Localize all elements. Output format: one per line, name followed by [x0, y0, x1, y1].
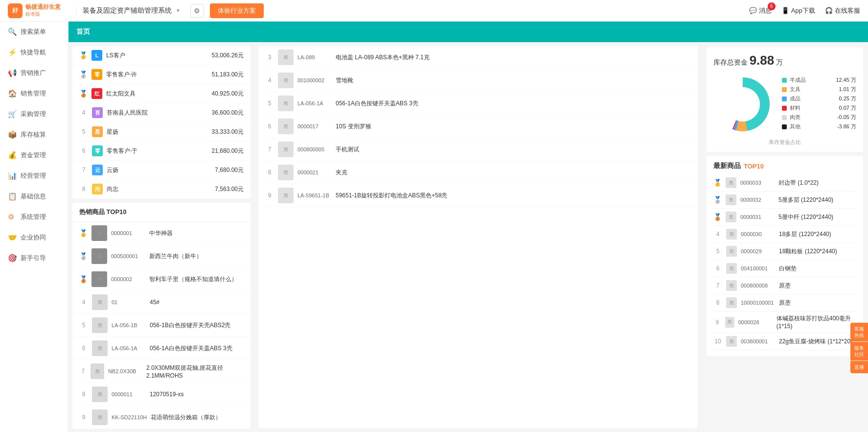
- legend-dot: [782, 87, 787, 92]
- customer-amount: 40,925.00元: [212, 90, 244, 98]
- online-service-button[interactable]: 🎧 在线客服: [825, 6, 860, 15]
- customer-ranking-panel: 🥇 L LS客户 53,006.26元 🥈 零 零售客户·许 51,183.00…: [72, 46, 251, 199]
- new-product-code: 004100001: [741, 265, 775, 271]
- customer-service-button[interactable]: 客服热线: [850, 323, 868, 341]
- customer-rank-item: 4 苔 苔南县人民医院 36,600.00元: [72, 103, 251, 122]
- system-selector[interactable]: 装备及固定资产辅助管理系统 ▼: [76, 6, 186, 15]
- sidebar-item-label: 系统管理: [21, 213, 46, 221]
- float-buttons: 客服热线 服务社区 直播: [850, 323, 868, 373]
- sidebar-item-sales[interactable]: 🏠 销售管理: [0, 83, 68, 104]
- middle-hot-panel: 3 图 LA-089 电池盖 LA-089 ABS本色+黑种 7.1克 4 图 …: [258, 46, 698, 428]
- message-button[interactable]: 💬 消息 6: [749, 6, 772, 15]
- product-thumbnail: 图: [91, 271, 107, 287]
- new-products-list: 🥇 图 0000033 封边带 (1.0*22) 🥈 图 0000032 5厘多…: [713, 174, 856, 350]
- sidebar-item-inventory[interactable]: 📦 库存核算: [0, 124, 68, 145]
- product-code: 000800005: [297, 146, 332, 152]
- customer-rank-item: 8 尚 尚志 7,563.00元: [72, 180, 251, 199]
- new-product-code: 0000031: [740, 214, 775, 220]
- new-product-thumbnail: 图: [726, 177, 736, 188]
- customer-name: 尚志: [107, 185, 211, 193]
- trial-button[interactable]: 体验行业方案: [210, 3, 264, 18]
- new-product-code: 0000032: [740, 197, 775, 203]
- product-name: 雪地靴: [336, 76, 353, 85]
- product-thumbnail: 图: [92, 409, 108, 425]
- service-community-button[interactable]: 服务社区: [850, 342, 868, 360]
- app-download-button[interactable]: 📱 App下载: [781, 6, 815, 15]
- product-name: 056-1A白色按键开关盖ABS 3壳: [336, 99, 418, 108]
- middle-section: 3 图 LA-089 电池盖 LA-089 ABS本色+黑种 7.1克 4 图 …: [254, 42, 702, 432]
- legend-value: -3.86 万: [837, 123, 856, 130]
- sidebar-item-finance[interactable]: 💰 资金管理: [0, 145, 68, 166]
- new-product-thumbnail: 图: [726, 229, 737, 240]
- product-thumbnail: 图: [92, 386, 108, 402]
- middle-hot-product-item: 8 图 0000021 夹克: [258, 161, 698, 184]
- topbar-right: 💬 消息 6 📱 App下载 🎧 在线客服: [749, 6, 860, 15]
- customer-badge: 零: [91, 69, 102, 80]
- customer-name: 红太阳文具: [106, 90, 208, 98]
- hot-products-body: 🥇 图 0000001 中华神器 🥈 图 000500001 新西兰牛肉（新牛）…: [72, 222, 251, 429]
- customer-name: 苔南县人民医院: [107, 109, 208, 117]
- new-product-item: 4 图 0000030 18多层 (1220*2440): [713, 226, 856, 243]
- sidebar-item-base-info[interactable]: 📋 基础信息: [0, 186, 68, 207]
- middle-hot-product-item: 9 图 LA-59651-1B 59651-1B旋转投影灯电池盒ABS黑色+58…: [258, 184, 698, 207]
- sidebar-item-purchase[interactable]: 🛒 采购管理: [0, 104, 68, 124]
- customer-rank-item: 6 零 零售客户·于 21,680.00元: [72, 142, 251, 161]
- customer-name: 零售客户·许: [106, 71, 208, 79]
- new-product-thumbnail: 图: [726, 263, 737, 274]
- product-thumbnail: 图: [92, 294, 108, 310]
- new-product-thumbnail: 图: [726, 212, 736, 222]
- sidebar-item-guide[interactable]: 🎯 新手引导: [0, 248, 68, 268]
- right-panel: 库存总资金 9.88 万: [702, 42, 868, 432]
- service-label: 在线客服: [835, 6, 860, 15]
- logo-sub: 标准版: [25, 11, 61, 18]
- customer-rank-item: 7 云 云扬 7,680.00元: [72, 161, 251, 180]
- product-thumbnail: 图: [278, 72, 294, 88]
- sidebar-item-marketing[interactable]: 📢 营销推广: [0, 63, 68, 83]
- new-product-item: 9 图 0000028 体碱荔枝味苏打饮品400毫升 (1*15): [713, 312, 856, 333]
- new-product-code: 0000028: [738, 319, 773, 325]
- sidebar-item-label: 库存核算: [21, 130, 46, 139]
- customer-badge: 苔: [92, 107, 103, 118]
- customer-amount: 21,680.00元: [212, 147, 244, 155]
- new-product-name: 18多层 (1220*2440): [779, 230, 831, 239]
- customer-rank-item: 🥇 L LS客户 53,006.26元: [72, 46, 251, 65]
- product-thumbnail: 图: [278, 49, 294, 65]
- product-name: 12070519-xs: [150, 391, 183, 398]
- legend-item: 文具 1.01 万: [782, 86, 856, 93]
- app-icon: 📱: [781, 7, 789, 14]
- new-products-panel: 最新商品 TOP10 🥇 图 0000033 封边带 (1.0*22) 🥈 图 …: [707, 156, 863, 356]
- new-product-name: 白钢垫: [779, 264, 797, 273]
- new-product-thumbnail: 图: [726, 297, 737, 308]
- new-product-code: 0000029: [741, 248, 775, 254]
- new-product-thumbnail: 图: [725, 317, 734, 328]
- sidebar-item-quick-nav[interactable]: ⚡ 快捷导航: [0, 42, 68, 63]
- middle-hot-product-item: 7 图 000800005 手机测试: [258, 138, 698, 161]
- inventory-legend: 半成品 12.45 万 文具 1.01 万 成品 0.25 万 材料 0.07 …: [782, 76, 856, 132]
- operations-icon: 📊: [8, 171, 17, 180]
- middle-hot-product-item: 4 图 001000002 雪地靴: [258, 69, 698, 92]
- sidebar-item-system[interactable]: ⚙ 系统管理: [0, 207, 68, 227]
- legend-label: 肉类: [790, 114, 834, 121]
- live-button[interactable]: 直播: [850, 361, 868, 373]
- sidebar-item-operations[interactable]: 📊 经营管理: [0, 166, 68, 186]
- legend-label: 文具: [790, 86, 836, 93]
- page-title: 首页: [76, 27, 90, 36]
- product-code: LA-056-1A: [297, 100, 332, 106]
- new-product-name: 5厘中纤 (1220*2440): [778, 213, 833, 221]
- inventory-total-value: 9.88: [750, 53, 775, 68]
- new-product-item: 5 图 0000029 18颗粒板 (1220*2440): [713, 243, 856, 260]
- customer-rank-item: 5 星 星扬 33,333.00元: [72, 122, 251, 142]
- hot-product-item: 8 图 0000011 12070519-xs: [72, 383, 251, 406]
- chart-area: 半成品 12.45 万 文具 1.01 万 成品 0.25 万 材料 0.07 …: [713, 70, 856, 139]
- settings-icon[interactable]: ⚙: [190, 4, 204, 18]
- sidebar-item-collab[interactable]: 🤝 企业协同: [0, 227, 68, 248]
- customer-amount: 36,600.00元: [212, 109, 244, 117]
- product-code: 0000001: [111, 230, 145, 236]
- sidebar: 🔍 搜索菜单 ⚡ 快捷导航 📢 营销推广 🏠 销售管理 🛒 采购管理 📦 库存核…: [0, 22, 69, 432]
- sidebar-item-label: 经营管理: [21, 171, 46, 180]
- new-product-item: 8 图 10000100001 原垄: [713, 294, 856, 312]
- product-name: 中华神器: [149, 229, 173, 238]
- sidebar-item-search[interactable]: 🔍 搜索菜单: [0, 22, 68, 42]
- middle-hot-product-item: 6 图 0000017 10S 变刑罗猴: [258, 115, 698, 138]
- inventory-total-label: 库存总资金 9.88 万: [713, 53, 856, 68]
